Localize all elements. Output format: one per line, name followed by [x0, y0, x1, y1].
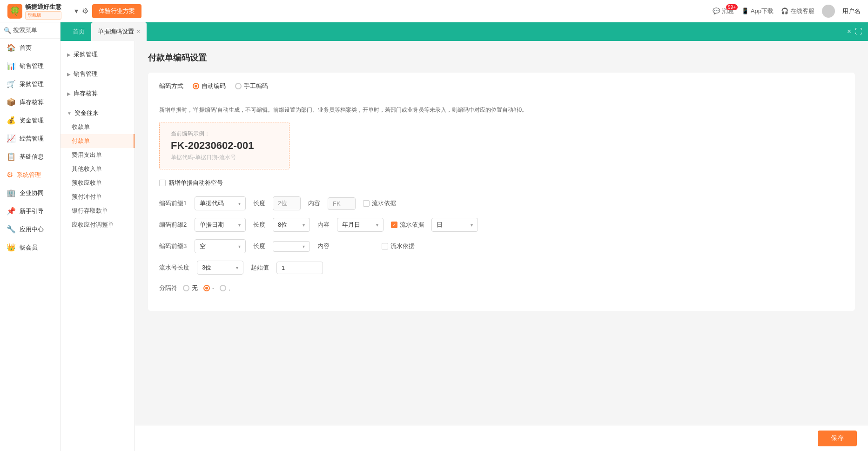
prefix2-content[interactable]: 年月日 ▾: [337, 218, 384, 232]
sub-menu-item-yuchong[interactable]: 预收应收单: [61, 176, 135, 190]
online-service-btn[interactable]: 🎧 在线客服: [781, 7, 814, 15]
prefix2-cb: ✓: [391, 222, 397, 228]
sidebar-item-operations[interactable]: 📈 经营管理: [0, 129, 60, 148]
finance-icon: 💰: [7, 116, 16, 125]
preview-box: 当前编码示例： FK-20230602-001 单据代码-单据日期-流水号: [159, 122, 289, 169]
sidebar-item-vip[interactable]: 👑 畅会员: [0, 238, 60, 256]
tab-fullscreen-icon[interactable]: ⛶: [855, 27, 862, 36]
trial-btn[interactable]: 体验行业方案: [92, 4, 141, 18]
settings-icon[interactable]: ⚙: [82, 7, 88, 15]
dropdown-arrow-icon: ▾: [376, 222, 378, 228]
sep-none-radio[interactable]: 无: [183, 284, 198, 292]
sub-menu-item-qitashouru[interactable]: 其他收入单: [61, 162, 135, 176]
manual-encode-radio[interactable]: 手工编码: [235, 82, 268, 90]
prefix3-cb: [382, 243, 388, 249]
prefix1-select[interactable]: 单据代码 ▾: [195, 196, 246, 210]
sidebar-item-home[interactable]: 🏠 首页: [0, 39, 60, 57]
tab-bar-right: × ⛶: [847, 27, 862, 36]
sub-menu-item-yinhang[interactable]: 银行存取款单: [61, 204, 135, 218]
main-form-container: 付款单编码设置 编码方式 自动编码 手工编码: [135, 41, 868, 451]
appcenter-icon: 🔧: [7, 225, 16, 234]
topbar-nav: ▾ ⚙: [74, 7, 88, 15]
user-name: 用户名: [842, 7, 861, 15]
sidebar-item-finance[interactable]: 💰 资金管理: [0, 111, 60, 129]
sep-dash-radio[interactable]: -: [203, 285, 214, 292]
prefix3-select[interactable]: 空 ▾: [195, 239, 246, 253]
service-icon: 🎧: [781, 7, 788, 14]
prefix3-row: 编码前缀3 空 ▾ 长度 ▾ 内容: [159, 239, 844, 253]
logo-area: 🍀 畅捷通好生意 旗舰版: [7, 3, 61, 20]
tab-bar: 首页 单据编码设置 × × ⛶: [61, 22, 868, 41]
sep-dot-circle: [220, 285, 226, 291]
start-value-input[interactable]: [276, 262, 323, 274]
sub-menu-capital-header[interactable]: ▼ 资金往来: [61, 106, 135, 120]
sub-menu-purchase-header[interactable]: ▶ 采购管理: [61, 47, 135, 61]
logo-text: 畅捷通好生意 旗舰版: [25, 3, 61, 20]
sidebar-item-system[interactable]: ⚙ 系统管理: [0, 166, 60, 184]
prefix1-content: FK: [328, 197, 356, 210]
message-icon: 💬: [713, 7, 720, 14]
message-btn[interactable]: 💬 消息 99+: [713, 7, 734, 15]
sidebar-item-purchase[interactable]: 🛒 采购管理: [0, 75, 60, 93]
home-icon: 🏠: [7, 43, 16, 52]
tab-close-btn[interactable]: ×: [137, 28, 140, 35]
save-button[interactable]: 保存: [818, 431, 857, 446]
tab-close-icon[interactable]: ×: [847, 27, 851, 36]
sub-menu-purchase: ▶ 采购管理: [61, 45, 135, 64]
sub-menu-item-yingshou[interactable]: 应收应付调整单: [61, 218, 135, 232]
tab-encoding[interactable]: 单据编码设置 ×: [91, 22, 147, 41]
operations-icon: 📈: [7, 134, 16, 143]
sub-menu-sales-header[interactable]: ▶ 销售管理: [61, 67, 135, 81]
prefix1-checkbox[interactable]: 流水依据: [363, 199, 396, 208]
form-area: 付款单编码设置 编码方式 自动编码 手工编码: [135, 41, 868, 425]
sub-sidebar: ▶ 采购管理 ▶ 销售管理 ▶ 库存核算: [61, 41, 135, 451]
auto-encode-radio[interactable]: 自动编码: [193, 82, 226, 90]
prefix1-row: 编码前缀1 单据代码 ▾ 长度 2位 内容 FK 流水依据: [159, 196, 844, 210]
system-icon: ⚙: [7, 170, 13, 179]
prefix3-length[interactable]: ▾: [273, 241, 310, 252]
newguide-icon: 📌: [7, 207, 16, 215]
manual-encode-radio-circle: [235, 83, 242, 89]
sidebar-item-newguide[interactable]: 📌 新手引导: [0, 202, 60, 220]
serial-length-select[interactable]: 3位 ▾: [197, 261, 243, 275]
prefix2-length[interactable]: 8位 ▾: [273, 218, 310, 232]
auto-fill-row: 新增单据自动补空号: [159, 179, 844, 187]
sub-menu-inventory-header[interactable]: ▶ 库存核算: [61, 87, 135, 101]
sep-dash-circle: [203, 285, 210, 291]
sidebar-item-appcenter[interactable]: 🔧 应用中心: [0, 220, 60, 238]
serial-row: 流水号长度 3位 ▾ 起始值: [159, 261, 844, 275]
tab-home[interactable]: 首页: [66, 22, 91, 41]
sidebar-item-sales[interactable]: 📊 销售管理: [0, 57, 60, 75]
auto-fill-checkbox[interactable]: [159, 180, 166, 186]
app-download-btn[interactable]: 📱 App下载: [741, 7, 774, 15]
prefix3-checkbox[interactable]: 流水依据: [382, 242, 415, 250]
sub-menu-item-feiyong[interactable]: 费用支出单: [61, 148, 135, 162]
sub-menu-capital: ▼ 资金往来 收款单 付款单 费用支出单 其他收入单 预收应收单 预付冲付单 银…: [61, 103, 135, 235]
arrow-icon: ▶: [67, 72, 71, 77]
sub-menu-item-shoukuan[interactable]: 收款单: [61, 120, 135, 134]
sidebar-item-basic[interactable]: 📋 基础信息: [0, 148, 60, 166]
sidebar-item-inventory[interactable]: 📦 库存核算: [0, 93, 60, 111]
arrow-expand-icon: ▼: [67, 111, 72, 116]
app-icon: 📱: [741, 7, 749, 14]
prefix2-period[interactable]: 日 ▾: [431, 218, 478, 232]
user-avatar[interactable]: [822, 5, 835, 18]
sub-menu-item-yuchongfu[interactable]: 预付冲付单: [61, 190, 135, 204]
topbar: 🍀 畅捷通好生意 旗舰版 ▾ ⚙ 体验行业方案 💬 消息 99+ 📱 App下载…: [0, 0, 868, 22]
main-layout: 🔍 搜索菜单 🏠 首页 📊 销售管理 🛒 采购管理 📦 库存核算 💰 资金管理 …: [0, 22, 868, 451]
dropdown-arrow-icon: ▾: [303, 244, 305, 249]
prefix2-select[interactable]: 单据日期 ▾: [195, 218, 246, 232]
prefix2-checkbox[interactable]: ✓ 流水依据: [391, 221, 424, 229]
dropdown-arrow-icon: ▾: [303, 222, 305, 228]
sep-dot-radio[interactable]: .: [220, 285, 230, 292]
dropdown-arrow-icon: ▾: [238, 201, 241, 206]
nav-dropdown-btn[interactable]: ▾: [74, 7, 78, 15]
sub-menu-item-fukuan[interactable]: 付款单: [61, 134, 135, 148]
sidebar-item-enterprise[interactable]: 🏢 企业协同: [0, 184, 60, 202]
arrow-icon: ▶: [67, 52, 71, 57]
sidebar-search[interactable]: 🔍 搜索菜单: [0, 22, 60, 39]
basic-icon: 📋: [7, 152, 16, 161]
purchase-icon: 🛒: [7, 80, 16, 88]
dropdown-arrow-icon: ▾: [236, 265, 238, 270]
encoding-method-row: 编码方式 自动编码 手工编码: [159, 82, 844, 98]
